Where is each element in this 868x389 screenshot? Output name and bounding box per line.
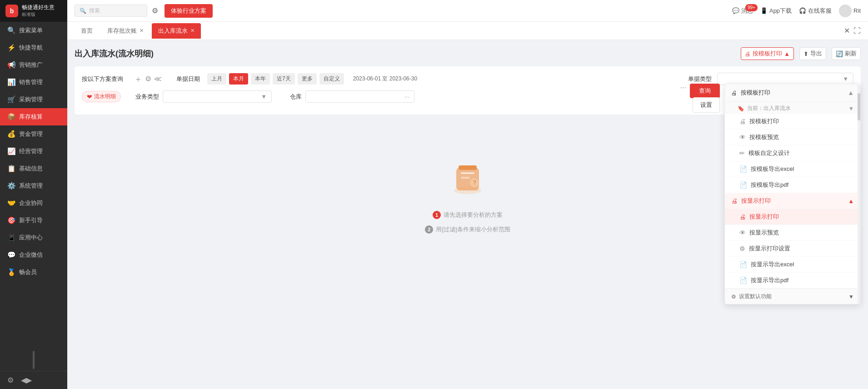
finance-icon: 💰 xyxy=(7,130,15,138)
date-btn-thisyear[interactable]: 本年 xyxy=(251,73,270,85)
print-template-btn[interactable]: 🖨 按模板打印 ▲ xyxy=(741,47,794,60)
print-icon: 🖨 xyxy=(739,118,746,125)
sidebar-item-inventory[interactable]: 📦 库存核算 xyxy=(0,108,67,125)
setup-btn-container: 设置 xyxy=(693,97,720,113)
dropdown-footer-label[interactable]: ⚙ 设置默认功能 xyxy=(731,293,772,300)
tab-expand-icon[interactable]: ⛶ xyxy=(853,27,861,35)
filter-settings-icon[interactable]: ⚙ xyxy=(145,75,151,83)
collapse-icon[interactable]: ◀▶ xyxy=(21,376,32,384)
date-btn-custom[interactable]: 自定义 xyxy=(319,73,344,85)
refresh-icon: 🔄 xyxy=(836,50,843,57)
export-icon: ⬆ xyxy=(803,50,808,57)
dropdown-item-preview-template[interactable]: 👁 按模板预览 xyxy=(725,130,860,145)
business-type-select[interactable]: ▼ xyxy=(163,90,272,103)
excel-icon: 📄 xyxy=(739,261,747,268)
message-btn[interactable]: 💬 消息 99+ xyxy=(732,7,753,15)
topbar-search[interactable]: 🔍 搜索 xyxy=(75,5,147,17)
export-btn[interactable]: ⬆ 导出 xyxy=(799,47,826,60)
sidebar-item-enterprise[interactable]: 🤝 企业协同 xyxy=(0,194,67,212)
doc-type-select[interactable]: ▼ xyxy=(717,73,853,85)
chevron-down-icon: ▼ xyxy=(843,75,848,82)
appstore-icon: 📱 xyxy=(7,234,15,242)
sidebar-nav: 🔍 搜索菜单 ⚡ 快捷导航 📢 营销推广 📊 销售管理 🛒 采购管理 📦 库存核… xyxy=(0,22,67,351)
message-badge: 99+ xyxy=(745,4,758,11)
sidebar-item-appstore[interactable]: 📱 应用中心 xyxy=(0,229,67,246)
inventory-icon: 📦 xyxy=(7,113,15,121)
tag-icon: ❤ xyxy=(87,93,92,100)
date-btn-7days[interactable]: 近7天 xyxy=(273,73,295,85)
dropdown-item-export-pdf-display[interactable]: 📄 按显示导出pdf xyxy=(725,273,860,289)
user-avatar[interactable]: Rit xyxy=(839,5,861,17)
page-title: 出入库流水(流水明细) xyxy=(75,48,154,59)
app-download-icon: 📱 xyxy=(760,7,768,14)
sidebar-item-finance[interactable]: 💰 资金管理 xyxy=(0,125,67,143)
dropdown-item-export-excel-display[interactable]: 📄 按显示导出excel xyxy=(725,257,860,273)
guide-icon: 🎯 xyxy=(7,216,15,224)
design-icon: ✏ xyxy=(739,150,745,157)
online-service-btn[interactable]: 🎧 在线客服 xyxy=(799,7,832,15)
headset-icon: 🎧 xyxy=(799,7,806,14)
more-options-icon[interactable]: ··· xyxy=(680,84,686,98)
dropdown-item-print-display[interactable]: 🖨 按显示打印 xyxy=(725,209,860,225)
tab-home[interactable]: 首页 xyxy=(75,23,99,39)
query-btn[interactable]: 查询 xyxy=(690,84,720,98)
sidebar-item-member[interactable]: 🏅 畅会员 xyxy=(0,264,67,281)
sidebar-item-wechat[interactable]: 💬 企业微信 xyxy=(0,246,67,264)
avatar-img xyxy=(839,5,852,17)
dropdown-display-section-header[interactable]: 🖨 按显示打印 ▲ xyxy=(725,193,860,209)
svg-text:?: ? xyxy=(473,180,476,186)
scrollbar-thumb xyxy=(858,93,860,120)
sidebar-item-marketing[interactable]: 📢 营销推广 xyxy=(0,56,67,74)
default-settings-icon: ⚙ xyxy=(731,294,736,300)
warehouse-select[interactable]: ··· xyxy=(305,90,414,103)
dropdown-item-custom-design[interactable]: ✏ 模板自定义设计 xyxy=(725,145,860,161)
tab-close-all-icon[interactable]: ✕ xyxy=(844,26,850,35)
refresh-btn[interactable]: 🔄 刷新 xyxy=(832,47,861,60)
search-icon: 🔍 xyxy=(80,8,86,14)
tabs-right-actions: ✕ ⛶ xyxy=(844,26,861,35)
chevron-down-icon: ▼ xyxy=(848,105,854,112)
filter-add-icon[interactable]: ＋ xyxy=(134,74,142,85)
page-content: 出入库流水(流水明细) 🖨 按模板打印 ▲ ⬆ 导出 🔄 刷新 xyxy=(67,40,868,389)
date-btn-more[interactable]: 更多 xyxy=(298,73,317,85)
sidebar-item-purchase[interactable]: 🛒 采购管理 xyxy=(0,91,67,108)
dropdown-scrollbar[interactable] xyxy=(858,84,860,304)
operations-icon: 📈 xyxy=(7,147,15,155)
app-download-btn[interactable]: 📱 App下载 xyxy=(760,7,792,15)
date-btn-thismonth[interactable]: 本月 xyxy=(229,73,248,85)
dropdown-item-print-template[interactable]: 🖨 按模板打印 xyxy=(725,114,860,130)
dropdown-footer: ⚙ 设置默认功能 ▼ xyxy=(725,289,860,304)
dropdown-item-export-pdf-template[interactable]: 📄 按模板导出pdf xyxy=(725,177,860,193)
business-type-label: 业务类型 xyxy=(135,93,159,101)
svg-rect-4 xyxy=(461,177,470,179)
sidebar-item-sales[interactable]: 📊 销售管理 xyxy=(0,74,67,91)
setup-btn[interactable]: 设置 xyxy=(693,97,720,113)
tab-batch-close[interactable]: ✕ xyxy=(140,28,144,34)
dropdown-item-preview-display[interactable]: 👁 按显示预览 xyxy=(725,225,860,241)
topbar: 🔍 搜索 ⚙ 体验行业方案 💬 消息 99+ 📱 App下载 🎧 在线客服 Ri… xyxy=(67,0,868,22)
sidebar-item-basic[interactable]: 📋 基础信息 xyxy=(0,160,67,177)
date-btn-lastmonth[interactable]: 上月 xyxy=(207,73,226,85)
app-logo: b 畅捷通好生意 标准版 xyxy=(0,0,67,22)
tab-flow-close[interactable]: ✕ xyxy=(190,28,195,34)
sidebar: b 畅捷通好生意 标准版 🔍 搜索菜单 ⚡ 快捷导航 📢 营销推广 📊 销售管理… xyxy=(0,0,67,389)
dropdown-panel: 🖨 按模板打印 ▲ 🔖 当前：出入库流水 ▼ 🖨 按模板打印 👁 按模板预览 xyxy=(724,84,861,304)
sidebar-item-operations[interactable]: 📈 经营管理 xyxy=(0,143,67,160)
sidebar-item-guide[interactable]: 🎯 新手引导 xyxy=(0,212,67,229)
dropdown-collapse-icon[interactable]: ▲ xyxy=(848,89,854,96)
industry-btn[interactable]: 体验行业方案 xyxy=(165,4,213,18)
sidebar-item-quicknav[interactable]: ⚡ 快捷导航 xyxy=(0,39,67,56)
topbar-gear-icon[interactable]: ⚙ xyxy=(152,6,158,15)
topbar-right: 💬 消息 99+ 📱 App下载 🎧 在线客服 Rit xyxy=(732,5,861,17)
date-label: 单据日期 xyxy=(176,75,200,83)
dropdown-item-print-settings-display[interactable]: ⚙ 按显示打印设置 xyxy=(725,241,860,257)
logo-icon: b xyxy=(5,5,18,17)
filter-collapse-icon[interactable]: ≪ xyxy=(154,75,162,83)
dropdown-item-export-excel-template[interactable]: 📄 按模板导出excel xyxy=(725,161,860,177)
sidebar-item-search[interactable]: 🔍 搜索菜单 xyxy=(0,22,67,39)
tab-flow[interactable]: 出入库流水 ✕ xyxy=(152,23,201,39)
settings-icon[interactable]: ⚙ xyxy=(7,376,14,384)
sidebar-item-system[interactable]: ⚙️ 系统管理 xyxy=(0,177,67,194)
tab-batch[interactable]: 库存批次账 ✕ xyxy=(101,23,150,39)
settings-icon: ⚙ xyxy=(739,245,745,252)
